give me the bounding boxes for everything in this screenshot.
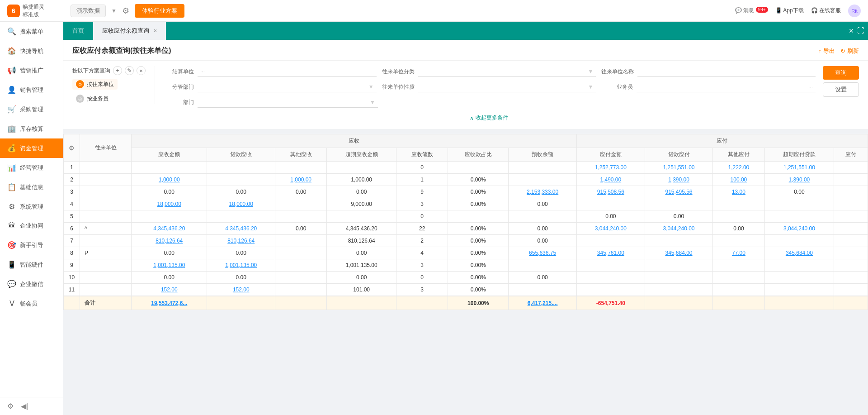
row-loan-receivable[interactable]: 810,126.64 bbox=[207, 235, 275, 247]
dept-manager-input[interactable]: ▼ bbox=[198, 81, 377, 92]
row-prepaid-balance bbox=[509, 284, 577, 296]
row-overdue-payable[interactable]: 1,390.00 bbox=[764, 174, 834, 186]
row-other-receivable[interactable]: 1,000.00 bbox=[275, 174, 327, 186]
sidebar-item-purchase[interactable]: 🛒 采购管理 bbox=[0, 100, 63, 119]
sidebar-collapse-icon[interactable]: ◀| bbox=[21, 402, 28, 410]
data-table: ⚙ 往来单位 应收 应付 应收金额 贷款应收 其他应收 超期应收金额 应收笔数 … bbox=[63, 134, 868, 310]
row-payable-col bbox=[834, 210, 868, 223]
col-loan-receivable: 贷款应收 bbox=[207, 148, 275, 162]
row-receivable-ratio: 0.00% bbox=[448, 259, 509, 272]
app-download-link[interactable]: 📱 App下载 bbox=[775, 7, 804, 14]
sidebar-item-enterprise-wechat[interactable]: 💬 企业微信 bbox=[0, 274, 63, 294]
row-other-receivable bbox=[275, 284, 327, 296]
row-receivable-amt[interactable]: 4,345,436.20 bbox=[132, 223, 207, 235]
settings-icon[interactable]: ⚙ bbox=[122, 6, 129, 16]
total-receivable[interactable]: 19,553,472,6... bbox=[132, 296, 207, 310]
row-payable-amt[interactable]: 345,761.00 bbox=[576, 247, 645, 259]
row-overdue-payable[interactable]: 345,684.00 bbox=[764, 247, 834, 259]
dept-input[interactable]: ▼ bbox=[198, 97, 378, 108]
sidebar-item-quick-nav[interactable]: 🏠 快捷导航 bbox=[0, 41, 63, 61]
company-name[interactable]: 演示数据 bbox=[71, 5, 106, 17]
sidebar-item-search-menu[interactable]: 🔍 搜索菜单 bbox=[0, 22, 63, 41]
scheme-top: 按以下方案查询 + ✎ « bbox=[72, 66, 146, 75]
app-logo-icon: 6 bbox=[7, 5, 20, 17]
promo-button[interactable]: 体验行业方案 bbox=[135, 4, 184, 18]
row-receivable-amt[interactable]: 152.00 bbox=[132, 284, 207, 296]
row-prepaid-balance[interactable]: 655,636.75 bbox=[509, 247, 577, 259]
settlement-unit-input[interactable]: ··· bbox=[198, 66, 377, 77]
sidebar-item-inventory[interactable]: 🏢 库存核算 bbox=[0, 119, 63, 138]
sidebar-item-beginner[interactable]: 🎯 新手引导 bbox=[0, 235, 63, 255]
row-loan-receivable[interactable]: 4,345,436.20 bbox=[207, 223, 275, 235]
scheme-option-salesman[interactable]: ◎ 按业务员 bbox=[72, 93, 112, 104]
row-other-payable[interactable]: 1,222.00 bbox=[713, 162, 764, 174]
row-payable-amt[interactable]: 3,044,240.00 bbox=[576, 223, 645, 235]
sidebar-item-finance[interactable]: 💰 资金管理 bbox=[0, 138, 63, 158]
message-area[interactable]: 💬 消息 99+ bbox=[735, 7, 768, 14]
scheme-option-partner[interactable]: ⊙ 按往来单位 bbox=[72, 79, 118, 90]
query-button[interactable]: 查询 bbox=[823, 66, 859, 80]
sidebar-item-sales[interactable]: 👤 销售管理 bbox=[0, 80, 63, 100]
tab-close-icon[interactable]: × bbox=[154, 28, 157, 34]
row-loan-payable[interactable]: 3,044,240.00 bbox=[645, 223, 713, 235]
edit-scheme-button[interactable]: ✎ bbox=[125, 66, 134, 75]
row-loan-receivable[interactable]: 152.00 bbox=[207, 284, 275, 296]
row-overdue-payable[interactable]: 1,251,551.00 bbox=[764, 162, 834, 174]
sidebar-item-system[interactable]: ⚙ 系统管理 bbox=[0, 197, 63, 216]
row-loan-payable[interactable]: 915,495.56 bbox=[645, 186, 713, 198]
sidebar-item-basic-info[interactable]: 📋 基础信息 bbox=[0, 177, 63, 197]
row-prepaid-balance[interactable]: 2,153,333.00 bbox=[509, 186, 577, 198]
row-overdue-receivable bbox=[327, 210, 396, 223]
row-loan-payable[interactable]: 1,390.00 bbox=[645, 174, 713, 186]
avatar[interactable]: Rit bbox=[848, 5, 861, 17]
export-button[interactable]: ↑ 导出 bbox=[819, 47, 835, 55]
tab-home[interactable]: 首页 bbox=[63, 22, 93, 40]
online-service-link[interactable]: 🎧 在线客服 bbox=[811, 7, 841, 14]
sidebar-item-member[interactable]: Ⅴ 畅会员 bbox=[0, 294, 63, 313]
tab-fullscreen-icon[interactable]: ⛶ bbox=[857, 27, 864, 35]
add-scheme-button[interactable]: + bbox=[113, 66, 122, 75]
collapse-conditions-button[interactable]: ∧ 收起更多条件 bbox=[162, 112, 816, 124]
table-row: 11152.00152.00101.0030.00% bbox=[64, 284, 868, 296]
sidebar-item-operations[interactable]: 📊 经营管理 bbox=[0, 158, 63, 177]
col-overdue-receivable: 超期应收金额 bbox=[327, 148, 396, 162]
salesman-input[interactable]: ··· bbox=[637, 81, 816, 92]
row-other-payable[interactable]: 77.00 bbox=[713, 247, 764, 259]
table-settings-icon[interactable]: ⚙ bbox=[69, 144, 75, 152]
row-receivable-amt[interactable]: 18,000.00 bbox=[132, 198, 207, 210]
row-receivable-amt[interactable]: 810,126.64 bbox=[132, 235, 207, 247]
tab-close-window-icon[interactable]: × bbox=[849, 26, 854, 36]
row-payable-amt[interactable]: 1,252,773.00 bbox=[576, 162, 645, 174]
tab-receivable-query[interactable]: 应收应付余额查询 × bbox=[93, 22, 166, 40]
row-other-payable[interactable]: 100.00 bbox=[713, 174, 764, 186]
row-payable-amt[interactable]: 1,490.00 bbox=[576, 174, 645, 186]
partner-nature-input[interactable]: ▼ bbox=[418, 81, 596, 92]
dept-manager-label: 分管部门 bbox=[162, 83, 194, 91]
refresh-button[interactable]: ↻ 刷新 bbox=[840, 47, 859, 55]
row-payable-col bbox=[834, 272, 868, 284]
row-receivable-amt[interactable]: 1,000.00 bbox=[132, 174, 207, 186]
sidebar-item-smart-hardware[interactable]: 📱 智能硬件 bbox=[0, 255, 63, 274]
row-loan-payable[interactable]: 1,251,551.00 bbox=[645, 162, 713, 174]
settlement-unit-dots: ··· bbox=[200, 68, 205, 75]
row-other-payable[interactable]: 13.00 bbox=[713, 186, 764, 198]
system-icon: ⚙ bbox=[7, 202, 16, 211]
row-receivable-amt[interactable]: 1,001,135.00 bbox=[132, 259, 207, 272]
sidebar-settings-icon[interactable]: ⚙ bbox=[7, 402, 14, 410]
partner-category-input[interactable]: ▼ bbox=[418, 66, 596, 77]
partner-name-input[interactable] bbox=[637, 66, 816, 77]
settings-button[interactable]: 设置 bbox=[823, 82, 859, 97]
sidebar-item-marketing[interactable]: 📢 营销推广 bbox=[0, 61, 63, 80]
row-loan-receivable[interactable]: 1,001,135.00 bbox=[207, 259, 275, 272]
scheme-option2-label: 按业务员 bbox=[87, 95, 108, 103]
row-loan-payable[interactable]: 345,684.00 bbox=[645, 247, 713, 259]
dropdown-chevron-icon[interactable]: ▼ bbox=[111, 8, 117, 14]
total-prepaid[interactable]: 6,417,215.... bbox=[509, 296, 577, 310]
sidebar-item-enterprise-collab[interactable]: 🏛 企业协同 bbox=[0, 216, 63, 235]
row-payable-amt[interactable]: 915,508.56 bbox=[576, 186, 645, 198]
home-icon: 🏠 bbox=[7, 47, 16, 55]
collapse-scheme-button[interactable]: « bbox=[137, 66, 146, 75]
row-overdue-payable[interactable]: 3,044,240.00 bbox=[764, 223, 834, 235]
row-receivable-ratio bbox=[448, 162, 509, 174]
row-loan-receivable[interactable]: 18,000.00 bbox=[207, 198, 275, 210]
